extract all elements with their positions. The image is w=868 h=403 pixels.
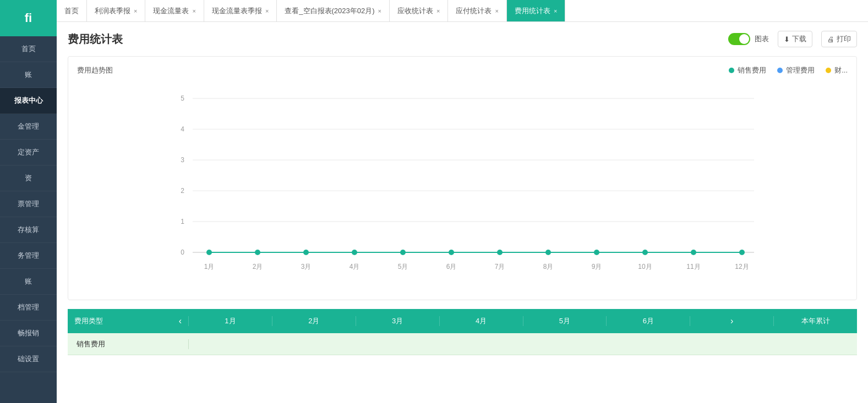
tab-close-blank-report[interactable]: ×: [378, 8, 381, 14]
legend-finance: 财...: [826, 65, 848, 75]
svg-text:8月: 8月: [543, 263, 554, 270]
data-point-feb: [255, 250, 260, 255]
tab-close-receivable[interactable]: ×: [436, 8, 440, 14]
col-may: 5月: [523, 316, 607, 326]
sidebar-item-inventory[interactable]: 存核算: [0, 217, 57, 243]
svg-text:4月: 4月: [350, 263, 360, 270]
tab-close-cashflow[interactable]: ×: [192, 8, 195, 14]
svg-text:6月: 6月: [446, 263, 457, 270]
col-mar: 3月: [356, 316, 440, 326]
chart-legend: 销售费用 管理费用 财...: [729, 65, 848, 75]
svg-text:12月: 12月: [735, 263, 749, 270]
svg-text:3: 3: [181, 156, 184, 164]
svg-text:3月: 3月: [301, 263, 312, 270]
table-row: 销售费用: [68, 333, 857, 355]
data-point-oct: [642, 250, 648, 255]
tab-home[interactable]: 首页: [57, 0, 87, 21]
page-title: 费用统计表: [68, 32, 123, 47]
svg-text:2: 2: [181, 187, 184, 195]
tab-bar: 首页 利润表季报 × 现金流量表 × 现金流量表季报 × 查看_空白报表(202…: [57, 0, 868, 22]
tab-close-cashflow-quarterly[interactable]: ×: [265, 8, 269, 14]
main-area: 首页 利润表季报 × 现金流量表 × 现金流量表季报 × 查看_空白报表(202…: [57, 0, 868, 403]
sidebar-item-expense[interactable]: 畅报销: [0, 321, 57, 346]
sidebar-item-service[interactable]: 务管理: [0, 243, 57, 269]
sidebar-item-finance[interactable]: 金管理: [0, 114, 57, 140]
sidebar-item-account[interactable]: 账: [0, 62, 57, 88]
tab-cashflow-quarterly[interactable]: 现金流量表季报 ×: [204, 0, 277, 21]
chart-container: 费用趋势图 销售费用 管理费用 财...: [68, 56, 857, 300]
col-jan: 1月: [189, 316, 272, 326]
row-type-sales: 销售费用: [68, 339, 189, 349]
next-arrow[interactable]: ›: [730, 316, 733, 326]
header-actions: 图表 ⬇ 下载 🖨 打印: [728, 31, 857, 47]
data-point-sep: [594, 250, 599, 255]
toggle-label: 图表: [755, 34, 769, 44]
tab-close-expense-stats[interactable]: ×: [554, 8, 557, 14]
print-icon: 🖨: [827, 35, 834, 43]
legend-mgmt: 管理费用: [777, 65, 815, 75]
legend-sales: 销售费用: [729, 65, 766, 75]
col-type: 费用类型 ‹: [68, 316, 189, 326]
data-point-may: [400, 250, 406, 255]
col-jun: 6月: [607, 316, 690, 326]
data-point-jul: [497, 250, 503, 255]
tab-profit-quarterly[interactable]: 利润表季报 ×: [87, 0, 145, 21]
chart-title: 费用趋势图: [77, 65, 113, 75]
tab-close-payable[interactable]: ×: [495, 8, 498, 14]
svg-text:4: 4: [181, 125, 184, 133]
data-point-jan: [206, 250, 212, 255]
legend-dot-mgmt: [777, 68, 783, 73]
legend-dot-finance: [826, 68, 831, 73]
data-point-dec: [739, 250, 745, 255]
content-area: 费用统计表 图表 ⬇ 下载 🖨 打印: [57, 22, 868, 403]
download-icon: ⬇: [784, 35, 790, 43]
svg-text:11月: 11月: [686, 263, 700, 270]
sidebar-item-ledger[interactable]: 账: [0, 269, 57, 295]
chart-toggle[interactable]: [728, 33, 750, 45]
col-apr: 4月: [440, 316, 523, 326]
sidebar-logo: fi: [0, 0, 57, 36]
sidebar-item-settings[interactable]: 础设置: [0, 346, 57, 372]
data-point-nov: [691, 250, 696, 255]
svg-text:1月: 1月: [204, 263, 215, 270]
content-inner: 费用统计表 图表 ⬇ 下载 🖨 打印: [57, 22, 868, 403]
table-header: 费用类型 ‹ 1月 2月 3月 4月: [68, 309, 857, 333]
sidebar-item-archive[interactable]: 档管理: [0, 295, 57, 321]
tab-payable[interactable]: 应付统计表 ×: [448, 0, 506, 21]
sidebar-item-tickets[interactable]: 票管理: [0, 191, 57, 217]
sidebar-item-reports[interactable]: 报表中心: [0, 88, 57, 114]
data-point-mar: [303, 250, 309, 255]
sidebar-item-capital[interactable]: 资: [0, 165, 57, 191]
legend-dot-sales: [729, 68, 734, 73]
tab-cashflow[interactable]: 现金流量表 ×: [145, 0, 204, 21]
tab-close-profit-quarterly[interactable]: ×: [134, 8, 137, 14]
chart-svg: 5 4 3 2 1 0: [77, 82, 848, 285]
download-button[interactable]: ⬇ 下载: [778, 31, 812, 47]
col-next: ›: [690, 316, 774, 326]
chart-header: 费用趋势图 销售费用 管理费用 财...: [77, 65, 848, 75]
data-point-aug: [545, 250, 551, 255]
sidebar-item-home[interactable]: 首页: [0, 36, 57, 62]
svg-text:1: 1: [181, 218, 184, 225]
data-point-jun: [449, 250, 454, 255]
tab-blank-report[interactable]: 查看_空白报表(2023年02月) ×: [277, 0, 390, 21]
tab-receivable[interactable]: 应收统计表 ×: [390, 0, 448, 21]
svg-text:7月: 7月: [495, 263, 505, 270]
col-feb: 2月: [272, 316, 356, 326]
toggle-group: 图表: [728, 33, 769, 45]
svg-text:9月: 9月: [592, 263, 602, 270]
page-header: 费用统计表 图表 ⬇ 下载 🖨 打印: [68, 31, 857, 47]
sidebar-item-fixed-assets[interactable]: 定资产: [0, 140, 57, 165]
chart-svg-wrapper: 5 4 3 2 1 0: [77, 82, 848, 291]
data-point-apr: [352, 250, 357, 255]
print-button[interactable]: 🖨 打印: [821, 31, 857, 47]
sidebar: fi 首页 账 报表中心 金管理 定资产 资 票管理 存核算 务管理 账 档管理…: [0, 0, 57, 403]
prev-arrow[interactable]: ‹: [179, 316, 182, 326]
svg-text:5月: 5月: [398, 263, 408, 270]
data-table: 费用类型 ‹ 1月 2月 3月 4月: [68, 309, 857, 355]
svg-text:0: 0: [181, 249, 184, 256]
svg-text:2月: 2月: [253, 263, 263, 270]
svg-text:5: 5: [181, 95, 184, 102]
tab-expense-stats[interactable]: 费用统计表 ×: [507, 0, 565, 21]
col-ytd: 本年累计: [774, 316, 857, 326]
